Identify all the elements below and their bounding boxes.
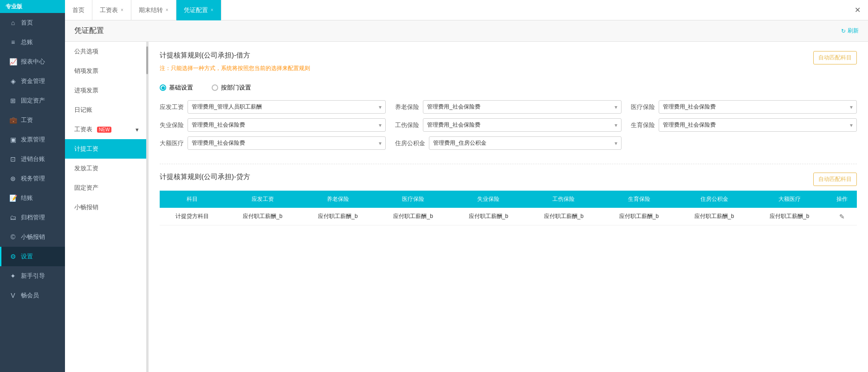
- td-salary-val: 应付职工薪酬_b: [225, 208, 300, 225]
- sidebar-item-general-ledger[interactable]: ≡ 总账: [0, 32, 65, 52]
- sidebar-item-xiaochang-report[interactable]: © 小畅报销: [0, 227, 65, 247]
- sidebar-item-fund-mgmt[interactable]: ◈ 资金管理: [0, 71, 65, 91]
- nav-item-xiaochang-expense[interactable]: 小畅报销: [65, 198, 148, 217]
- sidebar-item-vip[interactable]: V 畅会员: [0, 286, 65, 305]
- nav-item-journal[interactable]: 日记账: [65, 100, 148, 120]
- closing-icon: 📝: [9, 194, 17, 202]
- section-debit-rules: 计提核算规则(公司承担)-借方 注：只能选择一种方式，系统将按照您当前的选择来配…: [160, 51, 857, 150]
- th-maternity: 生育保险: [601, 191, 676, 208]
- td-action[interactable]: ✎: [827, 208, 857, 225]
- th-subject: 科目: [160, 191, 225, 208]
- tab-voucher-config[interactable]: 凭证配置 ×: [176, 0, 221, 20]
- nav-item-fixed-assets[interactable]: 固定资产: [65, 178, 148, 198]
- form-select-housing-fund[interactable]: 管理费用_住房公积金 ▾: [429, 136, 621, 150]
- sidebar-item-purchase-sales[interactable]: ⊡ 进销台账: [0, 149, 65, 169]
- form-item-injury: 工伤保险 管理费用_社会保险费 ▾: [395, 118, 621, 132]
- td-pension-val: 应付职工薪酬_b: [300, 208, 376, 225]
- left-nav-scrollbar[interactable]: [146, 42, 148, 372]
- app-logo: 专业版: [0, 0, 65, 13]
- sidebar-item-home[interactable]: ⌂ 首页: [0, 13, 65, 32]
- sidebar-item-archive-mgmt[interactable]: 🗂 归档管理: [0, 208, 65, 227]
- nav-label: 日记账: [74, 106, 92, 114]
- guide-icon: ✦: [9, 272, 17, 280]
- sidebar-item-label: 发票管理: [21, 135, 45, 144]
- tab-salary-table[interactable]: 工资表 ×: [92, 0, 131, 20]
- sidebar-item-report-center[interactable]: 📈 报表中心: [0, 52, 65, 71]
- sidebar-item-label: 归档管理: [21, 213, 45, 222]
- nav-item-accrued-salary[interactable]: 计提工资: [65, 139, 148, 159]
- section2-header: 计提核算规则(公司承担)-贷方 自动匹配科目: [160, 173, 857, 186]
- sidebar-item-label: 首页: [21, 19, 33, 27]
- tax-icon: ⊛: [9, 175, 17, 182]
- sidebar-item-closing[interactable]: 📝 结账: [0, 188, 65, 208]
- sidebar-item-label: 小畅报销: [21, 233, 45, 241]
- sidebar-item-label: 报表中心: [21, 58, 45, 66]
- form-select-text: 管理费用_社会保险费: [192, 121, 245, 129]
- settings-icon: ⚙: [9, 253, 17, 260]
- sidebar-item-invoice-mgmt[interactable]: ▣ 发票管理: [0, 130, 65, 149]
- tab-home[interactable]: 首页: [65, 0, 92, 20]
- nav-label: 小畅报销: [74, 203, 98, 212]
- form-select-maternity[interactable]: 管理费用_社会保险费 ▾: [659, 118, 857, 132]
- form-label-pension: 养老保险: [395, 103, 419, 111]
- form-select-injury[interactable]: 管理费用_社会保险费 ▾: [423, 118, 621, 132]
- nav-item-debit-invoice[interactable]: 进项发票: [65, 81, 148, 100]
- main-area: 首页 工资表 × 期末结转 × 凭证配置 × ✕ 凭证配置 ↻ 刷新 公共选项: [65, 0, 868, 372]
- fund-icon: ◈: [9, 77, 17, 85]
- auto-match-debit-btn[interactable]: 自动匹配科目: [813, 51, 857, 64]
- sidebar-item-fixed-assets[interactable]: ⊞ 固定资产: [0, 91, 65, 110]
- right-content: 计提核算规则(公司承担)-借方 注：只能选择一种方式，系统将按照您当前的选择来配…: [149, 42, 868, 372]
- refresh-label: 刷新: [848, 27, 859, 35]
- form-item-pension: 养老保险 管理费用_社会保险费 ▾: [395, 100, 621, 114]
- nav-item-public-options[interactable]: 公共选项: [65, 42, 148, 61]
- th-medical: 医疗保险: [376, 191, 451, 208]
- sidebar-item-settings[interactable]: ⚙ 设置: [0, 247, 65, 266]
- tab-period-close[interactable]: 期末结转 ×: [131, 0, 176, 20]
- tab-home-label: 首页: [72, 6, 84, 14]
- tab-period-close-btn[interactable]: ×: [166, 7, 168, 13]
- form-select-text: 管理费用_社会保险费: [663, 103, 716, 111]
- auto-match-credit-btn[interactable]: 自动匹配科目: [813, 173, 857, 186]
- section-credit-rules: 计提核算规则(公司承担)-贷方 自动匹配科目 科目 应发工资 养老保险 医疗保险…: [160, 173, 857, 225]
- th-salary: 应发工资: [225, 191, 300, 208]
- chevron-down-icon: ▾: [136, 126, 139, 133]
- chevron-down-icon: ▾: [379, 104, 382, 110]
- td-maternity-val: 应付职工薪酬_b: [601, 208, 676, 225]
- chevron-down-icon: ▾: [850, 122, 853, 128]
- tab-voucher-close[interactable]: ×: [211, 7, 214, 13]
- form-grid-row3: 大额医疗 管理费用_社会保险费 ▾ 住房公积金 管理费用_住房公积金 ▾: [160, 136, 857, 150]
- td-housing-val: 应付职工薪酬_b: [677, 208, 752, 225]
- nav-item-pay-salary[interactable]: 发放工资: [65, 159, 148, 178]
- form-label-housing-fund: 住房公积金: [395, 139, 425, 148]
- th-major-medical: 大额医疗: [752, 191, 827, 208]
- form-select-medical[interactable]: 管理费用_社会保险费 ▾: [659, 100, 857, 114]
- refresh-button[interactable]: ↻ 刷新: [841, 27, 859, 35]
- form-select-major-medical[interactable]: 管理费用_社会保险费 ▾: [188, 136, 386, 150]
- radio-circle-dept: [212, 84, 218, 91]
- sidebar-item-tax-mgmt[interactable]: ⊛ 税务管理: [0, 169, 65, 188]
- sidebar-item-payroll[interactable]: 💼 工资: [0, 110, 65, 130]
- sidebar-item-label: 进销台账: [21, 155, 45, 163]
- tab-period-label: 期末结转: [139, 6, 163, 14]
- form-item-maternity: 生育保险 管理费用_社会保险费 ▾: [631, 118, 857, 132]
- nav-item-credit-invoice[interactable]: 销项发票: [65, 61, 148, 81]
- form-select-unemployment[interactable]: 管理费用_社会保险费 ▾: [188, 118, 386, 132]
- tab-salary-close[interactable]: ×: [121, 7, 123, 13]
- form-item-unemployment: 失业保险 管理费用_社会保险费 ▾: [160, 118, 386, 132]
- th-pension: 养老保险: [300, 191, 376, 208]
- radio-dept-setup[interactable]: 按部门设置: [212, 83, 251, 92]
- form-label-unemployment: 失业保险: [160, 121, 184, 129]
- radio-basic-setup[interactable]: 基础设置: [160, 83, 193, 92]
- sidebar-item-new-guide[interactable]: ✦ 新手引导: [0, 266, 65, 286]
- form-item-housing-fund: 住房公积金 管理费用_住房公积金 ▾: [395, 136, 621, 150]
- sidebar: 专业版 ⌂ 首页 ≡ 总账 📈 报表中心 ◈ 资金管理 ⊞ 固定资产 💼 工资 …: [0, 0, 65, 372]
- table-header-row: 科目 应发工资 养老保险 医疗保险 失业保险 工伤保险 生育保险 住房公积金 大…: [160, 191, 857, 208]
- edit-icon[interactable]: ✎: [839, 213, 845, 220]
- form-select-pension[interactable]: 管理费用_社会保险费 ▾: [423, 100, 621, 114]
- sidebar-item-label: 畅会员: [21, 291, 39, 300]
- sidebar-item-label: 税务管理: [21, 174, 45, 183]
- nav-item-salary-table[interactable]: 工资表 NEW ▾: [65, 120, 148, 139]
- form-grid-row2: 失业保险 管理费用_社会保险费 ▾ 工伤保险 管理费用_社会保险费 ▾: [160, 118, 857, 132]
- topbar-close-button[interactable]: ✕: [847, 0, 868, 20]
- form-select-salary[interactable]: 管理费用_管理人员职工薪酬 ▾: [188, 100, 386, 114]
